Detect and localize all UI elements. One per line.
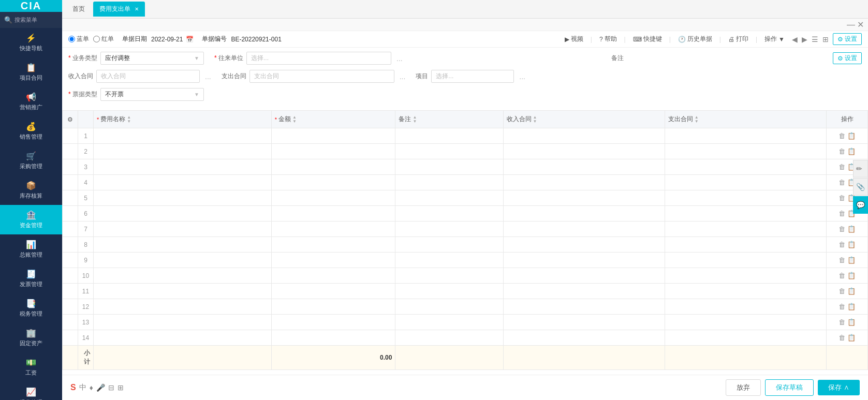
blue-bill-input[interactable]: [68, 36, 75, 42]
expense-name-cell[interactable]: [94, 237, 272, 253]
sidebar-item-operations[interactable]: 📈 经营管理: [0, 382, 62, 400]
amount-cell[interactable]: [271, 221, 395, 237]
col-income-contract[interactable]: 收入合同 ▲▼: [503, 111, 665, 128]
expense-contract-cell[interactable]: [665, 330, 826, 346]
sort-arrows-expense[interactable]: ▲▼: [127, 115, 131, 124]
amount-cell[interactable]: [271, 299, 395, 315]
row-delete-icon[interactable]: 🗑: [838, 179, 845, 186]
row-delete-icon[interactable]: 🗑: [838, 225, 845, 233]
list-view-icon[interactable]: ☰: [812, 35, 818, 43]
red-bill-radio[interactable]: 红单: [93, 35, 114, 43]
note-cell[interactable]: [395, 268, 503, 284]
note-cell[interactable]: [395, 237, 503, 253]
row-delete-icon[interactable]: 🗑: [838, 132, 845, 140]
note-cell[interactable]: [395, 175, 503, 190]
right-panel-attach[interactable]: 📎: [853, 178, 868, 196]
income-contract-cell[interactable]: [503, 268, 665, 284]
s-logo-icon[interactable]: S: [70, 383, 76, 392]
action-button[interactable]: 操作 ▼: [761, 33, 788, 45]
expense-contract-cell[interactable]: [665, 175, 826, 190]
amount-cell[interactable]: [271, 175, 395, 190]
expense-contract-cell[interactable]: [665, 268, 826, 284]
row-delete-icon[interactable]: 🗑: [838, 194, 845, 202]
col-expense-name[interactable]: * 费用名称 ▲▼: [94, 111, 272, 128]
amount-cell[interactable]: [271, 190, 395, 206]
note-cell[interactable]: [395, 284, 503, 299]
income-contract-cell[interactable]: [503, 253, 665, 268]
expense-name-cell[interactable]: [94, 144, 272, 159]
expense-contract-cell[interactable]: [665, 253, 826, 268]
income-contract-cell[interactable]: [503, 237, 665, 253]
sidebar-item-salary[interactable]: 💵 工资: [0, 352, 62, 382]
sidebar-item-invoice[interactable]: 🧾 发票管理: [0, 264, 62, 293]
expense-name-cell[interactable]: [94, 299, 272, 315]
amount-cell[interactable]: [271, 253, 395, 268]
row-copy-icon[interactable]: 📋: [847, 225, 856, 233]
tab-home[interactable]: 首页: [66, 2, 91, 17]
note-cell[interactable]: [395, 206, 503, 221]
expense-contract-cell[interactable]: [665, 144, 826, 159]
amount-cell[interactable]: [271, 315, 395, 330]
income-contract-cell[interactable]: [503, 315, 665, 330]
expense-contract-select[interactable]: 支出合同: [249, 70, 394, 83]
expense-contract-cell[interactable]: [665, 128, 826, 144]
income-contract-cell[interactable]: [503, 299, 665, 315]
note-cell[interactable]: [395, 190, 503, 206]
sidebar-item-sales[interactable]: 💰 销售管理: [0, 116, 62, 146]
income-contract-cell[interactable]: [503, 190, 665, 206]
expense-name-cell[interactable]: [94, 330, 272, 346]
project-more-icon[interactable]: ...: [519, 72, 525, 81]
right-panel-edit[interactable]: ✏: [853, 160, 868, 177]
gear-icon[interactable]: ⚙: [67, 116, 73, 123]
row-delete-icon[interactable]: 🗑: [838, 334, 845, 342]
sort-arrows-amount[interactable]: ▲▼: [292, 115, 297, 124]
row-delete-icon[interactable]: 🗑: [838, 147, 845, 155]
grid-icon[interactable]: ⊞: [117, 383, 124, 392]
expense-contract-cell[interactable]: [665, 237, 826, 253]
mic-icon[interactable]: 🎤: [96, 383, 105, 392]
party-select[interactable]: 选择...: [246, 52, 391, 65]
sidebar-item-project-contract[interactable]: 📋 项目合同: [0, 57, 62, 87]
help-button[interactable]: ? 帮助: [596, 33, 620, 45]
project-select[interactable]: 选择...: [431, 70, 514, 83]
prev-nav-icon[interactable]: ◀: [792, 35, 798, 43]
biz-type-select[interactable]: 应付调整 ▼: [100, 52, 204, 65]
row-copy-icon[interactable]: 📋: [847, 132, 856, 140]
sidebar-item-marketing[interactable]: 📢 营销推广: [0, 87, 62, 116]
row-delete-icon[interactable]: 🗑: [838, 163, 845, 171]
note-cell[interactable]: [395, 330, 503, 346]
income-contract-cell[interactable]: [503, 206, 665, 221]
expense-contract-cell[interactable]: [665, 159, 826, 175]
expense-name-cell[interactable]: [94, 284, 272, 299]
income-contract-cell[interactable]: [503, 144, 665, 159]
col-amount[interactable]: * 金额 ▲▼: [271, 111, 395, 128]
row-delete-icon[interactable]: 🗑: [838, 287, 845, 295]
expense-contract-cell[interactable]: [665, 206, 826, 221]
red-bill-input[interactable]: [93, 36, 100, 42]
expense-contract-cell[interactable]: [665, 299, 826, 315]
shortcut-button[interactable]: ⌨ 快捷键: [630, 33, 665, 45]
expense-name-cell[interactable]: [94, 253, 272, 268]
sidebar-search[interactable]: 🔍 搜索菜单: [0, 12, 62, 28]
tab-expense-close[interactable]: ✕: [135, 6, 139, 12]
row-copy-icon[interactable]: 📋: [847, 147, 856, 155]
note-cell[interactable]: [395, 315, 503, 330]
expense-name-cell[interactable]: [94, 175, 272, 190]
expense-name-cell[interactable]: [94, 128, 272, 144]
row-delete-icon[interactable]: 🗑: [838, 210, 845, 217]
diamond-icon[interactable]: ♦: [90, 383, 93, 392]
blue-bill-radio[interactable]: 蓝单: [68, 35, 89, 43]
note-cell[interactable]: [395, 253, 503, 268]
row-delete-icon[interactable]: 🗑: [838, 303, 845, 310]
expense-name-cell[interactable]: [94, 159, 272, 175]
income-contract-cell[interactable]: [503, 284, 665, 299]
table-icon[interactable]: ⊟: [108, 383, 114, 392]
expense-name-cell[interactable]: [94, 268, 272, 284]
sidebar-item-quick-nav[interactable]: ⚡ 快捷导航: [0, 28, 62, 57]
col-expense-contract[interactable]: 支出合同 ▲▼: [665, 111, 826, 128]
sort-arrows-income[interactable]: ▲▼: [533, 115, 537, 124]
col-settings[interactable]: ⚙: [63, 111, 78, 128]
income-contract-cell[interactable]: [503, 128, 665, 144]
row-delete-icon[interactable]: 🗑: [838, 256, 845, 264]
row-copy-icon[interactable]: 📋: [847, 272, 856, 279]
